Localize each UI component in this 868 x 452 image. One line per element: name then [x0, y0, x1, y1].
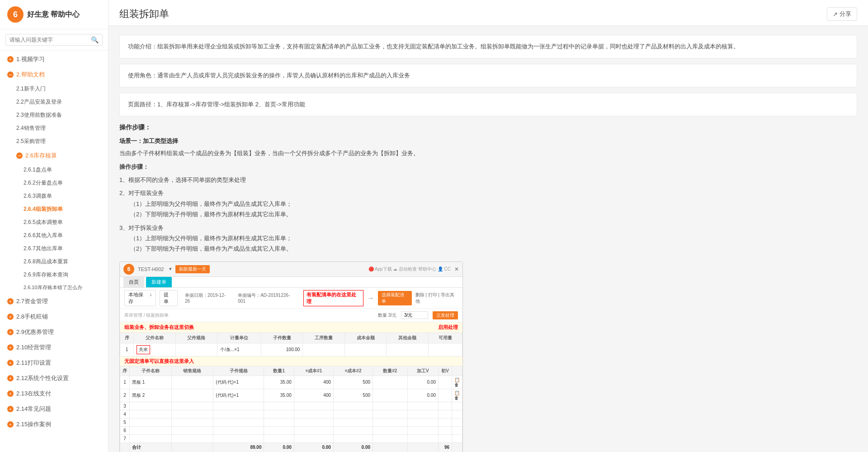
mock-th-seq: 序: [120, 333, 134, 343]
plus-icon-2-13: +: [7, 390, 14, 397]
step2: 2、对于组装业务 （1）上部明细为父件明细，最终作为产成品生成其它入库单； （2…: [119, 188, 857, 219]
mock-ops-icons: 删除 | 打印 | 导出其他: [415, 292, 458, 305]
table-row: 1 关米 个/条...×1 100.00: [120, 343, 462, 356]
mock-annotation3: 无固定清单可以直接在这里录入: [124, 358, 194, 364]
mock-qty-input[interactable]: [401, 311, 428, 319]
search-icon[interactable]: 🔍: [91, 36, 99, 43]
sidebar-item-2-6-1[interactable]: 2.6.1盘点单: [0, 163, 108, 176]
plus-icon-2-9: +: [7, 329, 14, 335]
table-row: 5: [120, 418, 462, 426]
mock-annotation-row: 组装业务、拆卸业务在这里切换 启用处理: [120, 322, 462, 333]
plus-icon-2-12: +: [7, 375, 14, 381]
path-block: 页面路径：1、库存核算->库存管理->组装拆卸单 2、首页->常用功能: [119, 93, 857, 116]
minus-icon-help: −: [7, 71, 14, 78]
minus-icon-2-6: −: [16, 152, 23, 159]
sidebar-item-2-4[interactable]: 2.4销售管理: [0, 122, 108, 135]
sidebar-item-2-5[interactable]: 2.5采购管理: [0, 135, 108, 148]
mock-arrow-right: →: [367, 294, 374, 302]
sidebar-item-2-6-7[interactable]: 2.6.7其他出库单: [0, 242, 108, 255]
nav-section: + 1.视频学习 − 2.帮助文档 2.1新手入门 2.2产品安装及登录 2.3…: [0, 51, 108, 433]
step3: 3、对于拆装业务 （1）上部明细为父件明细，最终作为原材料生成其它出库单； （2…: [119, 223, 857, 254]
sidebar-item-videos[interactable]: + 1.视频学习: [0, 52, 108, 67]
sidebar-item-2-6-3[interactable]: 2.6.3调拨单: [0, 190, 108, 203]
sidebar-item-label-2-11: 2.11打印设置: [16, 359, 51, 367]
page-title: 组装拆卸单: [119, 7, 169, 21]
logo-text: 好生意 帮助中心: [27, 10, 80, 19]
mock-right-icons: 🔴 App下载 ☁ 启动检查 帮助中心 👤 CC: [368, 266, 451, 272]
mock-table-footer: 合计 89.00 0.00 0.00 0.00 96: [120, 442, 462, 452]
sidebar-item-2-6-10[interactable]: 2.6.10库存账本错了怎么办: [0, 281, 108, 294]
step3-2: （2）下部明细为子件明细，最终作为产成品生成其它入库单。: [130, 243, 857, 254]
sidebar-item-2-6-2[interactable]: 2.6.2分量盘点单: [0, 176, 108, 190]
sidebar-item-2-1[interactable]: 2.1新手入门: [0, 82, 108, 95]
sidebar-item-label-2-7: 2.7资金管理: [16, 297, 48, 305]
mock-new-btn: 刷新最新一天: [175, 265, 210, 273]
plus-icon-2-15: +: [7, 421, 14, 428]
sidebar-item-2-10[interactable]: + 2.10经营管理: [0, 340, 108, 355]
sidebar-item-2-12[interactable]: + 2.12系统个性化设置: [0, 371, 108, 386]
mock-form-type-row: 库存管理 / 组装拆卸单 数量 3/元 立发处理: [120, 309, 462, 322]
table-row: 6: [120, 426, 462, 434]
table-row: 7: [120, 434, 462, 442]
mock-tabs: 自页 新建单: [120, 277, 462, 288]
search-box: 🔍: [5, 34, 103, 46]
path-text: 页面路径：1、库存核算->库存管理->组装拆卸单 2、首页->常用功能: [128, 101, 305, 108]
mock-form-toolbar: 本地保存↓ 提单 单据日期：2019-12-26 单据编号：AD-2019122…: [120, 288, 462, 309]
sidebar-item-2-7[interactable]: + 2.7资金管理: [0, 294, 108, 309]
mock-btn-process[interactable]: 立发处理: [433, 311, 458, 319]
sidebar-item-2-11[interactable]: + 2.11打印设置: [0, 355, 108, 371]
mock-btn-select-bom[interactable]: 选择装配清单: [378, 291, 412, 305]
sidebar-item-label-2-10: 2.10经营管理: [16, 343, 51, 352]
sidebar-item-label-2-13: 2.13在线支付: [16, 390, 51, 398]
table-row: 3: [120, 402, 462, 410]
mock-tab-home[interactable]: 自页: [123, 277, 144, 287]
mock-btn-save[interactable]: 本地保存↓: [124, 290, 156, 306]
main-content: 组装拆卸单 ↗ 分享 功能介绍：组装拆卸单用来处理企业组装或拆卸等加工业务，支持…: [108, 0, 868, 452]
table-row: 4: [120, 410, 462, 418]
mock-tab-new[interactable]: 新建单: [146, 277, 172, 287]
sidebar-item-2-9[interactable]: + 2.9优惠券管理: [0, 324, 108, 340]
plus-icon-2-11: +: [7, 360, 14, 366]
sidebar-item-2-15[interactable]: + 2.15操作案例: [0, 417, 108, 432]
logo-icon: 6: [7, 6, 24, 23]
mock-th-avail: 可用量: [428, 333, 462, 343]
intro-block: 功能介绍：组装拆卸单用来处理企业组装或拆卸等加工业务，支持有固定装配清单的产品加…: [119, 35, 857, 58]
sidebar-item-2-6-5[interactable]: 2.6.5成本调整单: [0, 216, 108, 229]
sidebar-item-2-14[interactable]: + 2.14常见问题: [0, 401, 108, 417]
sidebar-item-2-6-4[interactable]: 2.6.4组装拆卸单: [0, 203, 108, 216]
sidebar-item-2-6-9[interactable]: 2.6.9库存账本查询: [0, 268, 108, 281]
role-block: 使用角色：通常由生产人员或库管人员完成拆装业务的操作，库管人员确认原材料的出库和…: [119, 64, 857, 87]
scene1-intro: 当由多个子件材料组装成一个成品的业务为【组装】业务，当由一个父件拆分成多个子产品…: [119, 148, 857, 158]
share-button[interactable]: ↗ 分享: [827, 7, 857, 21]
sidebar-item-2-13[interactable]: + 2.13在线支付: [0, 386, 108, 401]
sidebar-item-label-2-15: 2.15操作案例: [16, 420, 51, 428]
plus-icon-2-8: +: [7, 314, 14, 320]
mock-th-process-qty: 工序数量: [303, 333, 345, 343]
role-text: 使用角色：通常由生产人员或库管人员完成拆装业务的操作，库管人员确认原材料的出库和…: [128, 72, 410, 79]
sidebar-item-2-3[interactable]: 2.3使用前数据准备: [0, 109, 108, 122]
mock-th-parent-name: 父件名称: [134, 333, 176, 343]
sidebar-item-label-2-14: 2.14常见问题: [16, 405, 51, 413]
sidebar-item-2-6-6[interactable]: 2.6.6其他入库单: [0, 229, 108, 242]
step3-1: （1）上部明细为父件明细，最终作为原材料生成其它出库单；: [130, 233, 857, 243]
sidebar-item-label-2-9: 2.9优惠券管理: [16, 328, 54, 336]
mock-btn-submit[interactable]: 提单: [160, 290, 178, 306]
search-input[interactable]: [9, 37, 91, 43]
mock-th-other: 其他金额: [387, 333, 429, 343]
sidebar-item-help-docs[interactable]: − 2.帮助文档: [0, 67, 108, 82]
mock-annotation1: 组装业务、拆卸业务在这里切换: [124, 324, 194, 331]
sidebar: 6 好生意 帮助中心 🔍 + 1.视频学习 − 2.帮助文档 2.1新手入门 2…: [0, 0, 108, 452]
sidebar-item-label-2-6: 2.6库存核算: [25, 152, 57, 160]
scene1-title: 场景一：加工类型选择: [119, 137, 857, 145]
mock-lower-table: 序 子件名称 销售规格 子件规格 数量1 ×成本#1 ×成本#2 数量#2 加工…: [120, 366, 462, 452]
sidebar-item-2-2[interactable]: 2.2产品安装及登录: [0, 95, 108, 109]
mock-close-icon[interactable]: ✕: [454, 266, 459, 272]
share-icon: ↗: [833, 11, 838, 18]
mock-bar-id: TEST-H002: [138, 266, 164, 272]
sidebar-item-2-6-8[interactable]: 2.6.8商品成本重算: [0, 255, 108, 268]
content-header: 组装拆卸单 ↗ 分享: [108, 0, 868, 26]
sidebar-item-2-6[interactable]: − 2.6库存核算: [0, 148, 108, 163]
mock-logo: 6: [123, 264, 134, 275]
sidebar-item-2-8[interactable]: + 2.8手机旺铺: [0, 309, 108, 324]
step2-1: （1）上部明细为父件明细，最终作为产成品生成其它入库单；: [130, 199, 857, 209]
